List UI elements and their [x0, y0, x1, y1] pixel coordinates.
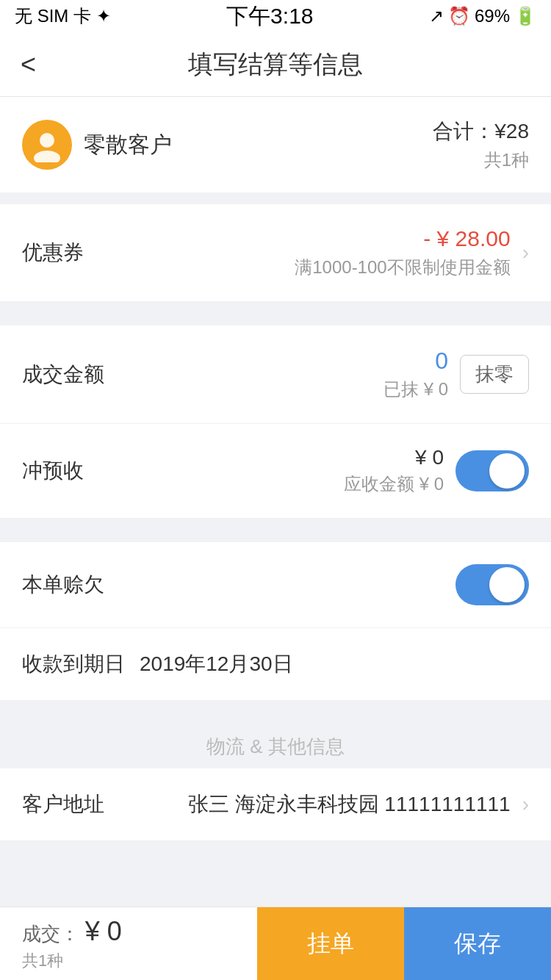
due-date-label: 收款到期日: [22, 650, 125, 678]
bottom-deal-row: 成交： ¥ 0: [22, 916, 235, 947]
toggle-knob: [489, 453, 525, 489]
prepayment-row: 冲预收 ¥ 0 应收金额 ¥ 0: [0, 424, 551, 519]
avatar: [22, 120, 72, 170]
coupon-amount: - ¥ 28.00: [295, 226, 510, 251]
address-row[interactable]: 客户地址 张三 海淀永丰科技园 11111111111 ›: [0, 768, 551, 841]
customer-count: 共1种: [433, 148, 529, 172]
pending-button[interactable]: 挂单: [257, 907, 404, 980]
due-date-value: 2019年12月30日: [140, 650, 293, 678]
prepayment-amount: ¥ 0: [344, 446, 444, 469]
address-label: 客户地址: [22, 790, 104, 818]
credit-section: 本单赊欠 收款到期日 2019年12月30日: [0, 542, 551, 701]
svg-point-1: [34, 151, 60, 162]
credit-row: 本单赊欠: [0, 542, 551, 628]
status-right: ↗ ⏰ 69% 🔋: [429, 6, 536, 26]
prepayment-value-block: ¥ 0 应收金额 ¥ 0: [344, 446, 444, 496]
customer-total: 合计：¥28: [433, 118, 529, 145]
due-date-row: 收款到期日 2019年12月30日: [0, 628, 551, 701]
main-content: 零散客户 合计：¥28 共1种 优惠券 - ¥ 28.00 满1000-100不…: [0, 97, 551, 941]
deal-amount-value-block: 0 已抹 ¥ 0: [383, 347, 448, 401]
chevron-right-icon: ›: [522, 241, 529, 264]
customer-right: 合计：¥28 共1种: [433, 118, 529, 172]
address-right: 张三 海淀永丰科技园 11111111111 ›: [188, 790, 529, 818]
bottom-bar: 成交： ¥ 0 共1种 挂单 保存: [0, 907, 551, 980]
bottom-deal-label: 成交：: [22, 923, 79, 945]
prepayment-right: ¥ 0 应收金额 ¥ 0: [344, 446, 529, 496]
logistics-label: 物流 & 其他信息: [206, 734, 345, 760]
battery-icon: 🔋: [514, 6, 536, 26]
nav-bar: < 填写结算等信息: [0, 32, 551, 97]
address-value: 张三 海淀永丰科技园 11111111111: [188, 790, 511, 818]
back-button[interactable]: <: [21, 49, 36, 80]
coupon-section: 优惠券 - ¥ 28.00 满1000-100不限制使用金额 ›: [0, 204, 551, 302]
address-section: 客户地址 张三 海淀永丰科技园 11111111111 ›: [0, 768, 551, 841]
logistics-separator: 物流 & 其他信息: [0, 724, 551, 768]
customer-row: 零散客户 合计：¥28 共1种: [0, 97, 551, 192]
bottom-buttons: 挂单 保存: [257, 907, 551, 980]
status-left: 无 SIM 卡 ✦: [15, 4, 111, 28]
status-bar: 无 SIM 卡 ✦ 下午3:18 ↗ ⏰ 69% 🔋: [0, 0, 551, 32]
divider-2: [0, 530, 551, 542]
svg-point-0: [40, 133, 54, 148]
address-chevron-icon: ›: [522, 793, 529, 816]
divider-1: [0, 314, 551, 325]
customer-section: 零散客户 合计：¥28 共1种: [0, 97, 551, 192]
credit-right: [455, 564, 529, 605]
round-zero-button[interactable]: 抹零: [460, 355, 529, 394]
customer-left: 零散客户: [22, 120, 172, 170]
credit-toggle[interactable]: [455, 564, 529, 605]
deal-amount-right: 0 已抹 ¥ 0 抹零: [383, 347, 529, 401]
deal-amount-value: 0: [383, 347, 448, 375]
customer-name: 零散客户: [84, 130, 172, 160]
save-button[interactable]: 保存: [404, 907, 551, 980]
alarm-icon: ⏰: [448, 6, 470, 26]
page-title: 填写结算等信息: [188, 48, 363, 82]
status-time: 下午3:18: [226, 1, 313, 32]
bottom-amount: ¥ 0: [85, 916, 122, 946]
prepayment-toggle[interactable]: [455, 450, 529, 491]
deal-amount-sub: 已抹 ¥ 0: [383, 378, 448, 401]
coupon-label: 优惠券: [22, 239, 84, 267]
prepayment-should: 应收金额 ¥ 0: [344, 472, 444, 496]
bottom-count: 共1种: [22, 950, 235, 972]
coupon-right: - ¥ 28.00 满1000-100不限制使用金额 ›: [295, 226, 529, 279]
deal-amount-row: 成交金额 0 已抹 ¥ 0 抹零: [0, 325, 551, 424]
coupon-value-block: - ¥ 28.00 满1000-100不限制使用金额: [295, 226, 510, 279]
bottom-info: 成交： ¥ 0 共1种: [0, 916, 257, 972]
battery-label: 69%: [475, 6, 510, 26]
coupon-desc: 满1000-100不限制使用金额: [295, 256, 510, 279]
deal-amount-label: 成交金额: [22, 361, 104, 389]
credit-toggle-knob: [489, 567, 525, 602]
credit-label: 本单赊欠: [22, 571, 104, 599]
sim-label: 无 SIM 卡 ✦: [15, 4, 111, 28]
divider-3: [0, 713, 551, 724]
coupon-row[interactable]: 优惠券 - ¥ 28.00 满1000-100不限制使用金额 ›: [0, 204, 551, 302]
location-icon: ↗: [429, 6, 444, 26]
deal-amount-section: 成交金额 0 已抹 ¥ 0 抹零 冲预收 ¥ 0 应收金额 ¥ 0: [0, 325, 551, 519]
prepayment-label: 冲预收: [22, 457, 84, 485]
